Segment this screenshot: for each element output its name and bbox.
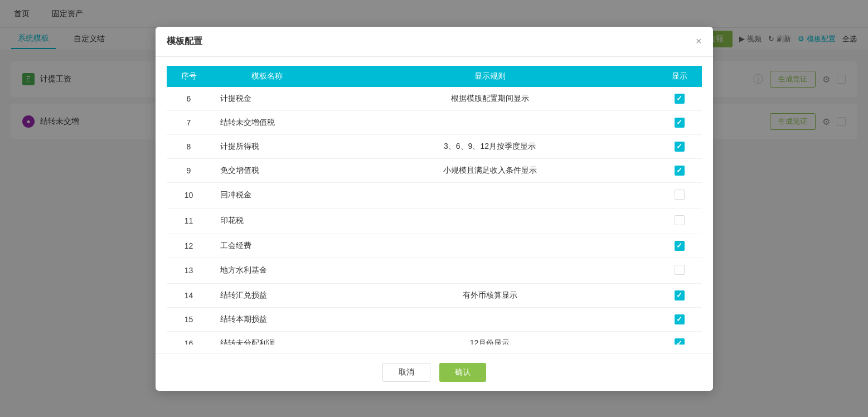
th-name: 模板名称 [211,66,323,87]
cell-check-3[interactable] [657,158,702,182]
cell-check-2[interactable] [657,134,702,158]
modal-title: 模板配置 [167,36,202,47]
checkbox-0[interactable] [675,94,685,104]
cell-rule-0: 根据模版配置期间显示 [323,87,657,111]
modal-template-config: 模板配置 × 序号 模板名称 显示规则 显示 6计提税金根据模版配置期间显 [156,27,713,391]
config-table: 序号 模板名称 显示规则 显示 6计提税金根据模版配置期间显示7结转未交增值税8… [167,66,702,345]
table-row: 13地方水利基金 [167,258,702,283]
checkbox-1[interactable] [675,118,685,128]
cell-name-4: 回冲税金 [211,182,323,208]
cell-seq-0: 6 [167,87,211,111]
cell-check-8[interactable] [657,283,702,307]
checkbox-3[interactable] [675,166,685,176]
cell-check-6[interactable] [657,234,702,258]
checkbox-8[interactable] [675,290,685,300]
modal-footer: 取消 确认 [156,353,713,391]
cell-name-8: 结转汇兑损益 [211,283,323,307]
cell-name-5: 印花税 [211,208,323,234]
cell-check-10[interactable] [657,331,702,345]
table-row: 8计提所得税3、6、9、12月按季度显示 [167,134,702,158]
cell-seq-6: 12 [167,234,211,258]
cell-name-2: 计提所得税 [211,134,323,158]
cell-check-9[interactable] [657,307,702,331]
checkbox-9[interactable] [675,314,685,324]
cell-name-3: 免交增值税 [211,158,323,182]
cell-rule-4 [323,182,657,208]
cell-seq-2: 8 [167,134,211,158]
th-seq: 序号 [167,66,211,87]
table-row: 10回冲税金 [167,182,702,208]
close-icon[interactable]: × [696,36,702,46]
checkbox-2[interactable] [675,142,685,152]
checkbox-6[interactable] [675,241,685,251]
cell-rule-2: 3、6、9、12月按季度显示 [323,134,657,158]
cell-check-7[interactable] [657,258,702,283]
cell-seq-5: 11 [167,208,211,234]
cell-check-5[interactable] [657,208,702,234]
cell-seq-9: 15 [167,307,211,331]
table-row: 7结转未交增值税 [167,110,702,134]
table-scroll-area[interactable]: 序号 模板名称 显示规则 显示 6计提税金根据模版配置期间显示7结转未交增值税8… [167,66,702,345]
cell-name-1: 结转未交增值税 [211,110,323,134]
cell-seq-8: 14 [167,283,211,307]
table-body: 6计提税金根据模版配置期间显示7结转未交增值税8计提所得税3、6、9、12月按季… [167,87,702,345]
cell-seq-3: 9 [167,158,211,182]
cell-seq-10: 16 [167,331,211,345]
cell-name-6: 工会经费 [211,234,323,258]
cell-name-0: 计提税金 [211,87,323,111]
table-row: 14结转汇兑损益有外币核算显示 [167,283,702,307]
cell-seq-1: 7 [167,110,211,134]
checkbox-5[interactable] [675,215,685,225]
cancel-button[interactable]: 取消 [382,363,430,382]
checkbox-7[interactable] [675,265,685,275]
cell-rule-5 [323,208,657,234]
table-row: 9免交增值税小规模且满足收入条件显示 [167,158,702,182]
cell-rule-6 [323,234,657,258]
th-display: 显示 [657,66,702,87]
table-head: 序号 模板名称 显示规则 显示 [167,66,702,87]
cell-rule-1 [323,110,657,134]
cell-name-7: 地方水利基金 [211,258,323,283]
cell-rule-7 [323,258,657,283]
cell-rule-8: 有外币核算显示 [323,283,657,307]
table-row: 11印花税 [167,208,702,234]
cell-check-0[interactable] [657,87,702,111]
table-row: 12工会经费 [167,234,702,258]
cell-check-4[interactable] [657,182,702,208]
cell-rule-3: 小规模且满足收入条件显示 [323,158,657,182]
table-row: 15结转本期损益 [167,307,702,331]
cell-rule-9 [323,307,657,331]
confirm-button[interactable]: 确认 [439,363,486,382]
cell-seq-7: 13 [167,258,211,283]
cell-name-10: 结转未分配利润 [211,331,323,345]
table-row: 16结转未分配利润12月份显示 [167,331,702,345]
modal-body: 序号 模板名称 显示规则 显示 6计提税金根据模版配置期间显示7结转未交增值税8… [156,57,713,353]
cell-check-1[interactable] [657,110,702,134]
cell-name-9: 结转本期损益 [211,307,323,331]
cell-rule-10: 12月份显示 [323,331,657,345]
th-rule: 显示规则 [323,66,657,87]
checkbox-4[interactable] [675,190,685,200]
modal-overlay: 模板配置 × 序号 模板名称 显示规则 显示 6计提税金根据模版配置期间显 [0,0,868,417]
modal-header: 模板配置 × [156,27,713,57]
checkbox-10[interactable] [675,338,685,345]
cell-seq-4: 10 [167,182,211,208]
table-row: 6计提税金根据模版配置期间显示 [167,87,702,111]
